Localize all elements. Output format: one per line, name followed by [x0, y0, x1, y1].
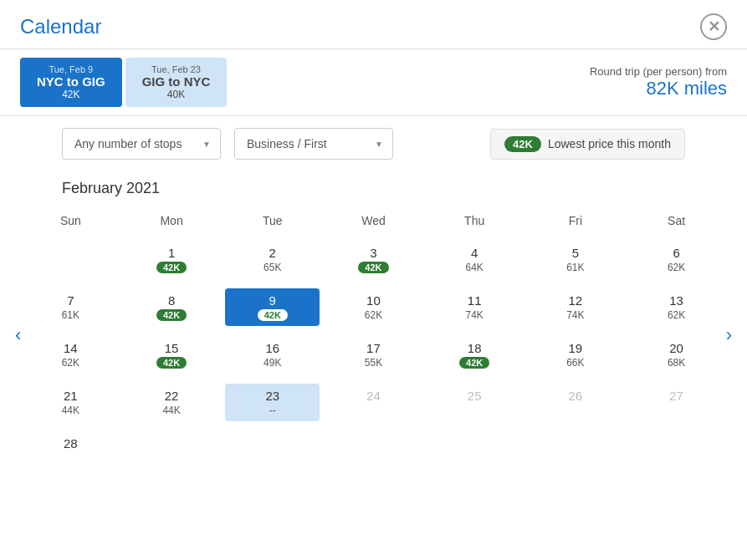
day-number: 5 [572, 246, 579, 260]
lowest-price-label: Lowest price this month [548, 137, 671, 150]
calendar-cell: 27 [626, 379, 727, 426]
day-number: 13 [669, 293, 683, 308]
calendar-container: ‹ February 2021 SunMonTueWedThuFriSat 14… [0, 171, 747, 469]
day-cell[interactable]: 1649K [225, 336, 320, 374]
calendar-cell: 662K [626, 236, 727, 283]
day-price: 55K [365, 357, 382, 369]
day-cell[interactable]: 842K [125, 288, 219, 326]
close-button[interactable]: ✕ [700, 13, 727, 40]
day-number: 10 [366, 293, 381, 308]
summary-miles: 82K miles [590, 78, 727, 99]
trip-tab-outbound[interactable]: Tue, Feb 9 NYC to GIG 42K [20, 58, 122, 107]
trip-tab-return[interactable]: Tue, Feb 23 GIG to NYC 40K [125, 58, 228, 107]
day-number: 1 [168, 246, 175, 260]
day-cell[interactable]: 761K [23, 288, 118, 326]
calendar-cell: 26 [525, 379, 627, 426]
calendar-week-row: 142K265K342K464K561K662K [20, 236, 727, 283]
day-cell[interactable]: 1462K [23, 336, 118, 374]
day-number: 3 [370, 246, 376, 260]
day-price: 65K [263, 262, 281, 273]
day-cell[interactable]: 1842K [427, 336, 522, 374]
return-miles: 40K [142, 89, 211, 100]
calendar-cell: 561K [525, 236, 627, 283]
day-cell[interactable]: 2244K [125, 384, 219, 421]
calendar-cell: 761K [20, 283, 121, 331]
day-cell[interactable]: 1174K [427, 288, 522, 326]
day-number: 24 [366, 389, 381, 403]
day-cell: 24 [326, 384, 421, 408]
day-cell: 25 [427, 384, 522, 408]
day-number: 4 [471, 246, 478, 260]
calendar-cell: 265K [222, 236, 323, 283]
day-cell[interactable]: 464K [427, 241, 522, 278]
day-cell[interactable]: 342K [326, 241, 421, 278]
calendar-week-row: 761K842K942K1062K1174K1274K1362K [20, 283, 727, 331]
day-price: -- [269, 405, 276, 416]
day-number: 6 [673, 246, 679, 260]
day-price: 62K [62, 357, 79, 369]
next-month-button[interactable]: › [719, 318, 739, 353]
stops-filter-wrap: Any number of stops Nonstop only 1 stop … [62, 128, 221, 160]
day-cell[interactable]: 265K [225, 241, 320, 278]
calendar-cell: 1174K [424, 283, 525, 331]
close-icon: ✕ [708, 18, 720, 36]
day-number: 25 [468, 389, 482, 403]
day-cell[interactable]: 23-- [225, 384, 320, 421]
day-cell[interactable]: 1274K [529, 288, 623, 326]
day-cell[interactable]: 1362K [629, 288, 724, 326]
outbound-miles: 42K [37, 89, 105, 100]
prev-month-button[interactable]: ‹ [8, 318, 28, 353]
day-cell[interactable]: 1755K [326, 336, 421, 374]
calendar-cell: 23-- [222, 379, 323, 426]
calendar-cell: 1462K [20, 331, 121, 379]
trip-summary: Round trip (per person) from 82K miles [590, 65, 727, 99]
weekday-header: Wed [323, 209, 424, 236]
day-cell[interactable]: 28 [23, 431, 118, 456]
day-cell: 27 [629, 384, 724, 408]
calendar-cell: 1842K [424, 331, 525, 379]
calendar-cell: 2244K [121, 379, 223, 426]
day-number: 19 [569, 341, 583, 355]
outbound-route: NYC to GIG [37, 74, 105, 89]
day-number: 8 [168, 293, 175, 308]
day-price: 74K [465, 309, 483, 321]
day-price: 42K [358, 262, 388, 273]
weekday-header: Tue [222, 209, 323, 236]
day-number: 26 [569, 389, 583, 403]
weekday-header: Thu [424, 209, 525, 236]
day-cell[interactable]: 1542K [125, 336, 219, 374]
calendar-week-row: 2144K2244K23--24252627 [20, 379, 727, 426]
cabin-select[interactable]: Business / First Economy Premium Economy… [234, 128, 393, 160]
day-cell[interactable]: 2068K [629, 336, 724, 374]
calendar-cell: 1542K [121, 331, 223, 379]
day-number: 22 [165, 389, 179, 403]
filters-row: Any number of stops Nonstop only 1 stop … [0, 116, 747, 171]
weekday-header: Mon [121, 209, 223, 236]
day-cell[interactable]: 2144K [23, 384, 118, 421]
calendar-cell [222, 426, 323, 461]
stops-select[interactable]: Any number of stops Nonstop only 1 stop … [62, 128, 221, 160]
day-number: 23 [265, 389, 279, 403]
weekday-header: Sat [626, 209, 727, 236]
calendar-grid: SunMonTueWedThuFriSat 142K265K342K464K56… [20, 209, 727, 461]
day-price: 68K [668, 357, 685, 369]
day-number: 27 [669, 389, 683, 403]
calendar-cell: 1062K [323, 283, 424, 331]
day-cell[interactable]: 1062K [326, 288, 421, 326]
day-cell[interactable]: 1966K [529, 336, 623, 374]
day-cell[interactable]: 662K [629, 241, 724, 278]
calendar-cell: 464K [424, 236, 525, 283]
day-number: 21 [64, 389, 78, 403]
trip-bar: Tue, Feb 9 NYC to GIG 42K Tue, Feb 23 GI… [0, 49, 747, 116]
day-number: 2 [269, 246, 276, 260]
day-cell[interactable]: 942K [225, 288, 320, 326]
calendar-title: February 2021 [20, 180, 727, 197]
day-price: 62K [668, 262, 685, 273]
day-price: 42K [156, 357, 187, 369]
day-price: 66K [566, 357, 584, 369]
day-cell[interactable]: 142K [125, 241, 219, 278]
outbound-date: Tue, Feb 9 [37, 64, 105, 74]
summary-label: Round trip (per person) from [590, 65, 727, 78]
day-price: 64K [465, 262, 483, 273]
day-cell[interactable]: 561K [529, 241, 623, 278]
